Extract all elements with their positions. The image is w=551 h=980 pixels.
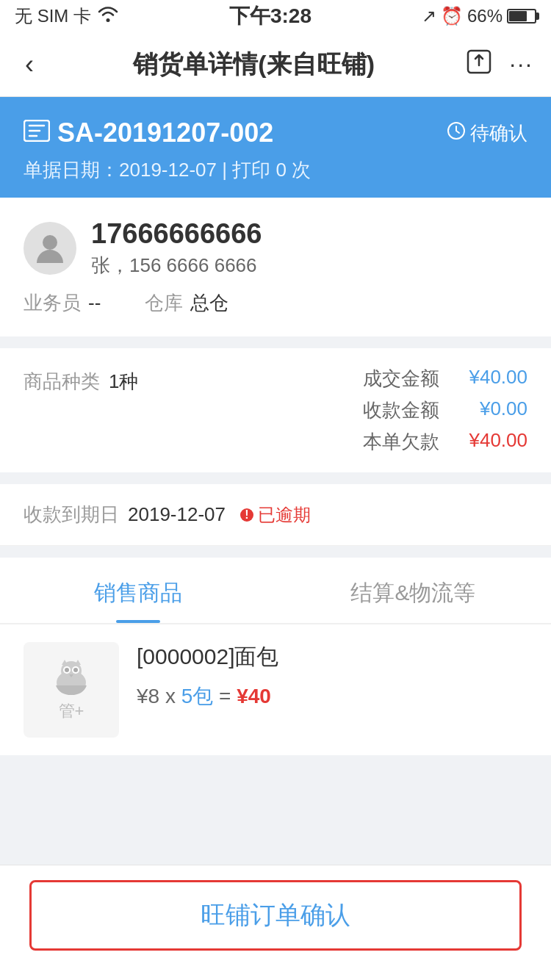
order-id: SA-20191207-002 [24,118,273,148]
status-bar-right: ↗ ⏰ 66% [422,6,536,26]
order-icon [24,118,50,148]
total-price: ¥40 [237,685,271,707]
product-section: 管+ [0000002]面包 ¥8 x 5包 = ¥40 [0,624,551,755]
deal-amount-row: 成交金额 ¥40.00 [351,366,527,392]
nav-actions: ··· [467,49,533,79]
price-text: ¥8 x [137,685,176,707]
product-name: [0000002]面包 [137,642,527,672]
status-bar: 无 SIM 卡 下午3:28 ↗ ⏰ 66% [0,0,551,32]
battery-icon [507,9,536,24]
overdue-text: 已逾期 [258,503,311,527]
back-button[interactable]: ‹ [18,42,41,87]
brand-plus: 管+ [59,700,84,722]
overdue-icon: ! [240,508,253,522]
battery-percent: 66% [467,6,503,26]
amounts-info: 成交金额 ¥40.00 收款金额 ¥0.00 本单欠款 ¥40.00 [351,366,527,455]
more-button[interactable]: ··· [509,51,533,78]
nav-bar: ‹ 销货单详情(来自旺铺) ··· [0,32,551,97]
customer-phone: 17666666666 [91,218,262,250]
svg-point-9 [73,668,78,672]
customer-name: 张，156 6666 6666 [91,253,262,278]
avatar [24,222,76,275]
alarm-icon: ⏰ [441,6,463,26]
received-amount-row: 收款金额 ¥0.00 [351,397,527,423]
page-title: 销货单详情(来自旺铺) [133,48,375,82]
tabs-container: 销售商品 结算&物流等 [0,558,551,624]
carrier-text: 无 SIM 卡 [15,4,91,28]
svg-point-3 [43,235,57,250]
order-header: SA-20191207-002 待确认 单据日期：2019-12-07 | 打印… [0,97,551,198]
product-thumbnail: 管+ [24,642,119,738]
customer-section: 17666666666 张，156 6666 6666 业务员 -- 仓库 总仓 [0,198,551,336]
separator: = [219,685,237,707]
status-bar-time: 下午3:28 [229,2,311,30]
clock-icon [447,121,466,145]
overdue-badge: ! 已逾期 [240,503,311,527]
due-label: 收款到期日 [24,502,119,527]
owed-amount-row: 本单欠款 ¥40.00 [351,429,527,455]
category-info: 商品种类 1种 [24,366,138,394]
wifi-icon [97,6,119,26]
tab-settlement[interactable]: 结算&物流等 [276,558,551,623]
status-bar-left: 无 SIM 卡 [15,4,119,28]
due-date-value: 2019-12-07 [128,503,226,526]
confirm-button[interactable]: 旺铺订单确认 [29,880,522,951]
product-price: ¥8 x 5包 = ¥40 [137,682,527,710]
product-info: [0000002]面包 ¥8 x 5包 = ¥40 [137,642,527,710]
bottom-bar: 旺铺订单确认 [0,865,551,980]
due-date-section: 收款到期日 2019-12-07 ! 已逾期 [0,484,551,546]
share-icon[interactable] [467,49,491,79]
order-status: 待确认 [447,120,527,146]
tab-products[interactable]: 销售商品 [0,558,276,623]
location-icon: ↗ [422,6,436,26]
summary-section: 商品种类 1种 成交金额 ¥40.00 收款金额 ¥0.00 本单欠款 ¥40.… [0,348,551,472]
svg-point-8 [65,668,69,672]
salesperson-info: 业务员 -- [24,290,101,316]
warehouse-info: 仓库 总仓 [145,290,228,316]
qty-text: 5包 [181,685,214,707]
order-date: 单据日期：2019-12-07 | 打印 0 次 [24,157,527,183]
